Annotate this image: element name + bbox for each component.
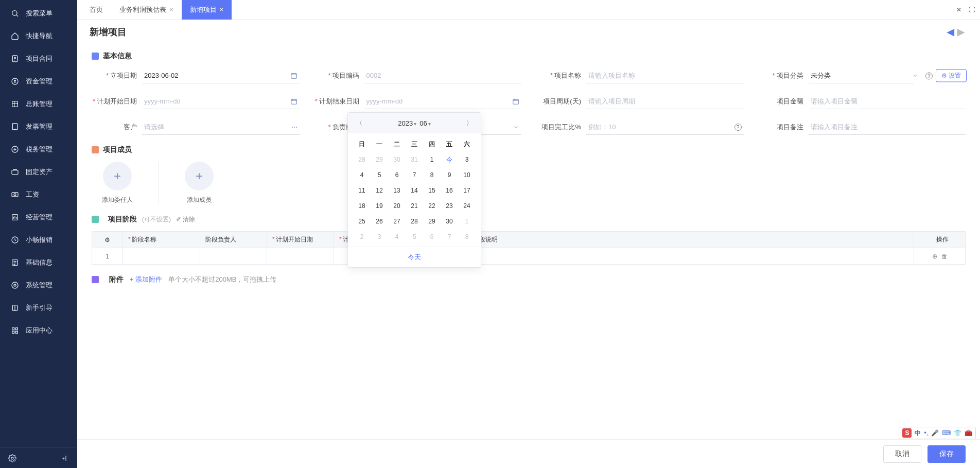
datepicker-day[interactable]: 26 <box>371 214 388 229</box>
chevron-down-icon[interactable] <box>912 73 918 79</box>
add-owner-button[interactable]: + <box>103 162 132 190</box>
datepicker-day[interactable]: 18 <box>353 198 371 214</box>
datepicker-today-button[interactable]: 今天 <box>348 247 481 267</box>
sidebar-item-asset[interactable]: 固定资产 <box>0 161 77 183</box>
prev-record-icon[interactable]: ◀ <box>947 26 954 38</box>
datepicker-day[interactable]: 21 <box>406 198 423 214</box>
sidebar-item-ledger[interactable]: 总账管理 <box>0 93 77 115</box>
datepicker-day[interactable]: 28 <box>353 152 371 167</box>
datepicker-day[interactable]: 今 <box>441 152 458 167</box>
datepicker-day[interactable]: 28 <box>406 214 423 229</box>
datepicker-day[interactable]: 11 <box>353 183 371 198</box>
remark-input[interactable] <box>809 119 966 135</box>
sidebar-item-guide[interactable]: 新手引导 <box>0 297 77 319</box>
delete-row-icon[interactable]: 🗑 <box>941 253 948 260</box>
datepicker-day[interactable]: 10 <box>458 167 476 183</box>
datepicker-day[interactable]: 5 <box>371 167 388 183</box>
datepicker-day[interactable]: 22 <box>423 198 441 214</box>
category-setting-button[interactable]: ⚙设置 <box>936 70 967 82</box>
proj-name-input[interactable] <box>586 68 744 83</box>
sidebar-item-system[interactable]: 系统管理 <box>0 274 77 297</box>
sidebar-item-tax[interactable]: 税务管理 <box>0 138 77 161</box>
datepicker-day[interactable]: 29 <box>371 152 388 167</box>
add-row-icon[interactable]: ⊕ <box>932 253 937 260</box>
datepicker-day[interactable]: 12 <box>371 183 388 198</box>
datepicker-day[interactable]: 29 <box>423 214 441 229</box>
datepicker-day[interactable]: 1 <box>423 152 441 167</box>
datepicker-day[interactable]: 9 <box>441 167 458 183</box>
datepicker-day[interactable]: 6 <box>388 167 406 183</box>
sidebar-item-reimb[interactable]: 小畅报销 <box>0 229 77 251</box>
sidebar-item-salary[interactable]: 工资 <box>0 183 77 206</box>
datepicker-day[interactable]: 25 <box>353 214 371 229</box>
datepicker-month-select[interactable]: 06▾ <box>419 119 430 127</box>
datepicker-day[interactable]: 30 <box>388 152 406 167</box>
close-icon[interactable]: × <box>169 6 173 13</box>
datepicker-day[interactable]: 1 <box>458 214 476 229</box>
progress-input[interactable] <box>586 119 744 135</box>
phase-desc-cell[interactable] <box>468 248 914 265</box>
datepicker-day[interactable]: 4 <box>388 229 406 245</box>
datepicker-day[interactable]: 8 <box>458 229 476 245</box>
next-record-icon[interactable]: ▶ <box>957 26 965 38</box>
datepicker-day[interactable]: 5 <box>406 229 423 245</box>
phase-start-cell[interactable] <box>267 248 334 265</box>
datepicker-day[interactable]: 8 <box>423 167 441 183</box>
datepicker-day[interactable]: 7 <box>441 229 458 245</box>
create-date-input[interactable] <box>142 68 300 83</box>
sidebar-item-doc[interactable]: 项目合同 <box>0 47 77 70</box>
sidebar-item-money[interactable]: 资金管理 <box>0 70 77 93</box>
datepicker-day[interactable]: 31 <box>406 152 423 167</box>
datepicker-year-select[interactable]: 2023▾ <box>398 119 416 127</box>
datepicker-day[interactable]: 3 <box>371 229 388 245</box>
datepicker-day[interactable]: 15 <box>423 183 441 198</box>
phase-owner-cell[interactable] <box>200 248 267 265</box>
datepicker-day[interactable]: 23 <box>441 198 458 214</box>
datepicker-day[interactable]: 13 <box>388 183 406 198</box>
add-attachment-button[interactable]: + 添加附件 <box>130 275 162 284</box>
datepicker-prev-icon[interactable]: 〈 <box>351 119 367 128</box>
tab[interactable]: 业务利润预估表× <box>111 0 182 20</box>
datepicker-day[interactable]: 27 <box>388 214 406 229</box>
datepicker-day[interactable]: 2 <box>353 229 371 245</box>
calendar-icon[interactable] <box>290 98 297 105</box>
gear-icon[interactable]: ⚙ <box>104 236 110 244</box>
datepicker-day[interactable]: 3 <box>458 152 476 167</box>
plan-start-input[interactable] <box>142 94 300 109</box>
more-icon[interactable]: ⋯ <box>291 124 297 131</box>
phase-name-cell[interactable] <box>123 248 200 265</box>
category-select[interactable] <box>809 68 915 83</box>
plan-end-input[interactable] <box>364 94 522 109</box>
datepicker-day[interactable]: 20 <box>388 198 406 214</box>
help-icon[interactable]: ? <box>925 72 933 79</box>
chevron-down-icon[interactable] <box>513 124 519 130</box>
datepicker-day[interactable]: 30 <box>441 214 458 229</box>
datepicker-day[interactable]: 6 <box>423 229 441 245</box>
add-member-button[interactable]: + <box>185 162 214 190</box>
sidebar-item-info[interactable]: 基础信息 <box>0 251 77 274</box>
cancel-button[interactable]: 取消 <box>883 445 921 463</box>
datepicker-day[interactable]: 17 <box>458 183 476 198</box>
period-input[interactable] <box>586 94 744 109</box>
sidebar-item-biz[interactable]: 经营管理 <box>0 206 77 229</box>
customer-select[interactable] <box>142 119 300 135</box>
datepicker-day[interactable]: 19 <box>371 198 388 214</box>
sidebar-item-apps[interactable]: 应用中心 <box>0 319 77 342</box>
datepicker-day[interactable]: 24 <box>458 198 476 214</box>
amount-input[interactable] <box>809 94 966 109</box>
datepicker-day[interactable]: 4 <box>353 167 371 183</box>
phases-clear-button[interactable]: ✐ 清除 <box>176 215 195 224</box>
sidebar-item-home[interactable]: 快捷导航 <box>0 25 77 47</box>
collapse-sidebar-icon[interactable] <box>61 454 69 462</box>
sidebar-item-invoice[interactable]: 发票管理 <box>0 115 77 138</box>
datepicker-day[interactable]: 7 <box>406 167 423 183</box>
code-input[interactable] <box>364 68 522 83</box>
tab[interactable]: 首页 <box>81 0 111 20</box>
close-all-tabs-icon[interactable]: ✕ <box>956 6 961 13</box>
close-icon[interactable]: × <box>220 6 224 13</box>
sidebar-item-search[interactable]: 搜索菜单 <box>0 2 77 25</box>
calendar-icon[interactable] <box>290 72 297 79</box>
datepicker-next-icon[interactable]: 〉 <box>461 119 478 128</box>
datepicker-day[interactable]: 14 <box>406 183 423 198</box>
help-icon[interactable]: ? <box>734 124 742 131</box>
